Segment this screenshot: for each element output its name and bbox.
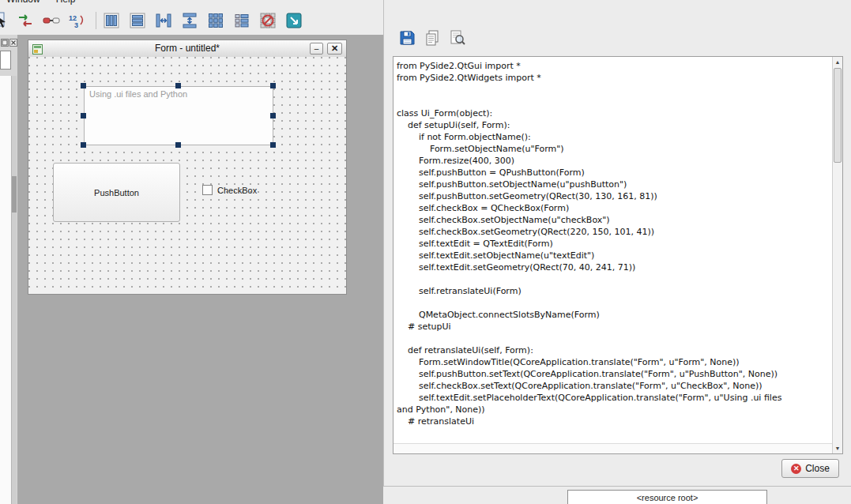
edit-signals-slots-icon[interactable]	[16, 11, 35, 30]
layout-horizontally-icon[interactable]	[102, 11, 121, 30]
code-line: self.pushButton = QPushButton(Form)	[397, 167, 830, 179]
resource-browser-fragment: <resource root>	[383, 487, 851, 504]
code-line: self.checkBox = QCheckBox(Form)	[397, 202, 830, 214]
form-window-title: Form - untitled*	[28, 43, 346, 54]
close-circle-icon: ✕	[791, 464, 801, 474]
selection-handle-n[interactable]	[175, 83, 181, 88]
code-line: from PySide2.QtGui import *	[397, 60, 830, 72]
widget-box-list-fragment[interactable]	[0, 76, 12, 504]
code-line	[397, 333, 830, 344]
resource-root-item[interactable]: <resource root>	[567, 490, 767, 504]
edit-tab-order-icon[interactable]: 123	[68, 11, 87, 30]
dock-scrollbar[interactable]	[12, 76, 17, 504]
checkbox-label: CheckBox	[217, 186, 257, 195]
layout-vertical-splitter-icon[interactable]	[180, 11, 199, 30]
selection-handle-sw[interactable]	[81, 142, 86, 148]
selection-handle-ne[interactable]	[270, 83, 276, 88]
layout-horizontal-splitter-icon[interactable]	[154, 11, 173, 30]
save-icon[interactable]	[397, 28, 416, 47]
code-preview-dialog: from PySide2.QtGui import *from PySide2.…	[383, 0, 851, 487]
break-layout-icon[interactable]	[258, 11, 277, 30]
code-line: self.pushButton.setGeometry(QRect(30, 13…	[397, 190, 830, 202]
form-window-titlebar[interactable]: Form - untitled* – ✕	[28, 40, 346, 58]
layout-grid-icon[interactable]	[206, 11, 225, 30]
layout-vertically-icon[interactable]	[128, 11, 147, 30]
code-line: self.checkBox.setText(QCoreApplication.t…	[397, 380, 830, 392]
code-line: # retranslateUi	[397, 416, 830, 427]
close-window-button[interactable]: ✕	[327, 43, 342, 55]
toolbar-separator	[96, 12, 96, 29]
svg-text:3: 3	[74, 21, 78, 29]
code-line: self.textEdit.setObjectName(u"textEdit")	[397, 250, 830, 261]
code-line: Form.setWindowTitle(QCoreApplication.tra…	[397, 356, 830, 368]
code-line: class Ui_Form(object):	[397, 107, 830, 119]
dock-scrollbar-thumb[interactable]	[12, 176, 17, 213]
checkbox-widget[interactable]: CheckBox	[202, 185, 257, 195]
scroll-down-arrow-icon[interactable]: ▼	[833, 443, 842, 453]
edit-widgets-icon[interactable]	[0, 11, 9, 30]
code-line: self.retranslateUi(Form)	[397, 285, 830, 297]
edit-buddies-icon[interactable]	[42, 11, 61, 30]
code-line: Form.setObjectName(u"Form")	[397, 143, 830, 155]
code-lines[interactable]: from PySide2.QtGui import *from PySide2.…	[393, 57, 832, 443]
widget-filter-input[interactable]	[0, 51, 11, 70]
code-line	[397, 96, 830, 107]
code-line: self.textEdit = QTextEdit(Form)	[397, 238, 830, 250]
textedit-placeholder: Using .ui files and Python	[85, 87, 273, 101]
form-canvas[interactable]: Using .ui files and Python PushButton Ch…	[28, 57, 346, 294]
code-line: from PySide2.QtWidgets import *	[397, 72, 830, 84]
code-line: def setupUi(self, Form):	[397, 119, 830, 131]
menu-window[interactable]: Window	[6, 0, 40, 5]
scroll-up-arrow-icon[interactable]: ▲	[833, 57, 842, 67]
code-horizontal-scrollbar[interactable]	[393, 443, 832, 453]
pushbutton-widget[interactable]: PushButton	[53, 163, 180, 222]
close-button-label: Close	[805, 463, 830, 474]
close-dialog-button[interactable]: ✕ Close	[781, 459, 839, 478]
selection-handle-nw[interactable]	[81, 83, 86, 88]
code-line: self.pushButton.setText(QCoreApplication…	[397, 368, 830, 380]
menu-help[interactable]: Help	[56, 0, 76, 5]
layout-form-icon[interactable]	[232, 11, 251, 30]
widget-box-dock-fragment	[0, 35, 17, 504]
code-line: and Python", None))	[397, 404, 830, 416]
code-line: if not Form.objectName():	[397, 131, 830, 143]
textedit-widget[interactable]: Using .ui files and Python	[84, 86, 273, 145]
code-line	[397, 273, 830, 285]
dock-float-button[interactable]	[1, 39, 9, 47]
code-line: self.pushButton.setObjectName(u"pushButt…	[397, 179, 830, 190]
adjust-size-icon[interactable]	[284, 11, 303, 30]
checkbox-indicator[interactable]	[202, 185, 213, 195]
code-line: self.checkBox.setObjectName(u"checkBox")	[397, 214, 830, 226]
code-line	[397, 84, 830, 96]
code-line: self.textEdit.setGeometry(QRect(70, 40, …	[397, 261, 830, 273]
code-line	[397, 297, 830, 309]
selection-handle-s[interactable]	[175, 142, 181, 148]
code-preview-toolbar	[397, 28, 467, 47]
minimize-button[interactable]: –	[310, 43, 323, 55]
main-toolbar: 123	[0, 6, 383, 35]
find-icon[interactable]	[448, 28, 467, 47]
form-editor-window: Form - untitled* – ✕ Using .ui files and…	[28, 39, 347, 295]
qt-designer-window: Window Help 123	[0, 0, 851, 504]
selection-handle-e[interactable]	[270, 113, 276, 118]
code-line: def retranslateUi(self, Form):	[397, 344, 830, 356]
copy-icon[interactable]	[423, 28, 442, 47]
code-line: self.textEdit.setPlaceholderText(QCoreAp…	[397, 392, 830, 404]
dock-close-button[interactable]	[9, 39, 17, 47]
code-line: # setupUi	[397, 321, 830, 333]
code-line: Form.resize(400, 300)	[397, 155, 830, 167]
code-line: QMetaObject.connectSlotsByName(Form)	[397, 309, 830, 321]
code-view: from PySide2.QtGui import *from PySide2.…	[393, 56, 843, 454]
code-line: self.checkBox.setGeometry(QRect(220, 150…	[397, 226, 830, 238]
code-vertical-scrollbar[interactable]: ▲ ▼	[832, 57, 842, 453]
selection-handle-w[interactable]	[81, 113, 86, 118]
selection-handle-se[interactable]	[270, 142, 276, 148]
scrollbar-thumb[interactable]	[834, 68, 842, 163]
